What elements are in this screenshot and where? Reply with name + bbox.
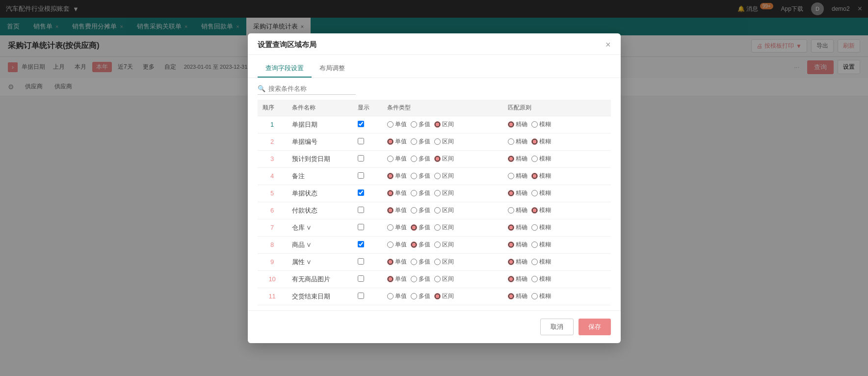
dialog-overlay: 设置查询区域布局 × 查询字段设置 布局调整 🔍 顺序 (0, 0, 868, 96)
dialog-search-area: 🔍 (248, 78, 621, 97)
dialog-tabs: 查询字段设置 布局调整 (248, 55, 621, 78)
settings-dialog: 设置查询区域布局 × 查询字段设置 布局调整 🔍 顺序 (248, 33, 621, 97)
tab-query-fields[interactable]: 查询字段设置 (258, 60, 312, 78)
tab-layout-adjust-label: 布局调整 (319, 64, 345, 72)
dialog-close-button[interactable]: × (605, 40, 611, 49)
search-icon: 🔍 (258, 85, 265, 92)
search-box: 🔍 (258, 83, 356, 95)
tab-layout-adjust[interactable]: 布局调整 (312, 60, 353, 78)
dialog-header: 设置查询区域布局 × (248, 33, 621, 55)
tab-query-fields-label: 查询字段设置 (265, 64, 304, 72)
dialog-title: 设置查询区域布局 (258, 40, 316, 50)
search-input[interactable] (268, 85, 356, 92)
